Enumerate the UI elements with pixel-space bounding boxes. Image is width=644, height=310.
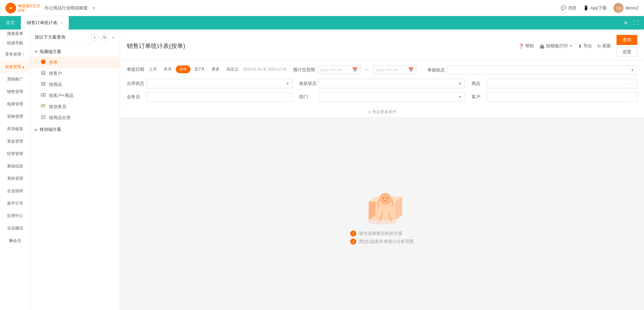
date-tab-thisyear[interactable]: 本年 bbox=[176, 65, 191, 73]
svg-point-1 bbox=[41, 59, 46, 64]
svg-rect-19 bbox=[42, 117, 45, 117]
app-download-icon: 📱 bbox=[583, 5, 589, 10]
refresh-scheme-btn[interactable]: ↻ bbox=[101, 34, 108, 41]
salesperson-ellipsis-icon[interactable]: ··· bbox=[283, 94, 289, 100]
empty-illustration bbox=[357, 182, 407, 225]
refresh-btn[interactable]: ↻ 刷新 bbox=[597, 43, 611, 49]
date-tab-7days[interactable]: 近7天 bbox=[192, 65, 208, 73]
sidebar-item-enterprise[interactable]: 企业协同 bbox=[0, 185, 30, 197]
department-select[interactable]: ▼ bbox=[319, 92, 465, 102]
tree-item-by-product[interactable]: 按商品 bbox=[30, 79, 120, 90]
sidebar-label-basic: 基础信息 bbox=[7, 163, 23, 169]
sidebar-item-purchase[interactable]: 采购管理 bbox=[0, 110, 30, 123]
tab-minimize-btn[interactable]: ✕ bbox=[622, 18, 629, 28]
sidebar-search-section: 搜索菜单 bbox=[0, 30, 30, 38]
collapse-up-icon: ∧ bbox=[368, 110, 371, 114]
help-btn[interactable]: ❓ 帮助 bbox=[519, 43, 534, 49]
tab-home[interactable]: 首页 bbox=[0, 16, 21, 30]
tree-group-pc-header[interactable]: ▶ 电脑端方案 bbox=[30, 47, 120, 57]
sidebar-item-newbie[interactable]: 新手引导 bbox=[0, 197, 30, 210]
date-tab-more[interactable]: 更多 bbox=[209, 65, 222, 73]
sidebar-label-inventory: 库存核算 bbox=[7, 126, 23, 132]
sidebar-item-retail[interactable]: 零售管理 ▼ bbox=[0, 48, 30, 61]
expected-delivery-label: 预计交货期 bbox=[293, 67, 315, 73]
tree-item-by-product-category[interactable]: 按商品分类 bbox=[30, 112, 120, 123]
expected-delivery-end[interactable]: yyyy-mm-dd 📅 bbox=[373, 65, 417, 74]
retail-arrow-icon: ▼ bbox=[22, 53, 25, 56]
tab-maximize-btn[interactable]: ⛶ bbox=[632, 18, 640, 27]
date-tab-custom[interactable]: 自定义 bbox=[224, 65, 241, 73]
date-tab-lastmonth[interactable]: 上月 bbox=[146, 65, 160, 73]
sidebar-item-marketing[interactable]: 营销推广 bbox=[0, 73, 30, 86]
department-block: 部门 ▼ bbox=[299, 92, 465, 102]
svg-rect-3 bbox=[42, 71, 45, 72]
svg-point-27 bbox=[383, 198, 384, 199]
svg-rect-13 bbox=[42, 105, 42, 108]
salesperson-input[interactable]: ··· bbox=[146, 92, 292, 102]
shipping-status-select[interactable]: ▼ bbox=[146, 79, 292, 88]
by-customer-icon bbox=[40, 70, 46, 76]
query-btn[interactable]: 查询 bbox=[616, 35, 637, 45]
product-input[interactable]: ··· bbox=[487, 79, 637, 88]
tree-group-mobile-header[interactable]: ▶ 移动端方案 bbox=[30, 124, 120, 135]
tab-close-btn[interactable]: × bbox=[61, 21, 63, 25]
tree-item-by-salesperson[interactable]: 按业务员 bbox=[30, 101, 120, 112]
date-tab-thismonth[interactable]: 本月 bbox=[161, 65, 174, 73]
tree-item-by-order[interactable]: 按单 bbox=[30, 57, 120, 68]
payment-status-block: 收款状态 ▼ bbox=[299, 79, 465, 88]
sidebar-item-corpwechat[interactable]: 企业微信 bbox=[0, 222, 30, 235]
tree-group-pc: ▶ 电脑端方案 按单 按客户 bbox=[30, 47, 120, 123]
refresh-icon: ↻ bbox=[597, 44, 601, 49]
sidebar-search-btn[interactable]: 搜索菜单 bbox=[0, 30, 30, 38]
date-label: 单据日期 bbox=[127, 66, 144, 72]
tab-sales-order[interactable]: 销售订单统计表 × bbox=[21, 16, 69, 30]
app-download-btn[interactable]: 📱 App下载 bbox=[583, 5, 607, 11]
customer-ellipsis-icon[interactable]: ··· bbox=[628, 94, 634, 100]
logo-area[interactable]: 畅捷通好生意 标版 bbox=[5, 3, 40, 13]
user-area[interactable]: Ea demo2 bbox=[613, 3, 639, 13]
add-scheme-btn[interactable]: + bbox=[91, 34, 98, 41]
sidebar-item-operations[interactable]: 经营管理 bbox=[0, 148, 30, 160]
print-btn[interactable]: 🖨️ 按模板打印 ▼ bbox=[539, 43, 573, 49]
app-title: 办公用品行业模拟账套 bbox=[44, 5, 88, 11]
sidebar-item-wholesale[interactable]: 批发管理 ▲ bbox=[0, 61, 30, 73]
message-btn[interactable]: 💬 消息 bbox=[561, 5, 577, 11]
sidebar-item-appstore[interactable]: 应用中心 bbox=[0, 210, 30, 222]
tree-group-mobile-label: 移动端方案 bbox=[40, 126, 61, 133]
sidebar-item-sales[interactable]: 销售管理 bbox=[0, 86, 30, 98]
svg-rect-18 bbox=[42, 116, 45, 116]
sidebar-item-system[interactable]: 系统管理 bbox=[0, 172, 30, 185]
sidebar-item-ecommerce[interactable]: 电商管理 bbox=[0, 98, 30, 110]
sidebar-item-finance[interactable]: 资金管理 bbox=[0, 135, 30, 148]
tip-num-1: 1 bbox=[350, 230, 356, 237]
customer-input[interactable]: ··· bbox=[487, 92, 637, 102]
sidebar-item-member[interactable]: 畅会员 bbox=[0, 235, 30, 247]
calendar-end-icon: 📅 bbox=[408, 67, 414, 72]
expected-delivery-start[interactable]: yyyy-mm-dd 📅 bbox=[317, 65, 361, 74]
filter-row-3: 业务员 ··· 部门 ▼ 客户 bbox=[120, 88, 644, 106]
salesperson-block: 业务员 ··· bbox=[127, 92, 292, 102]
svg-rect-10 bbox=[42, 94, 43, 96]
doc-status-select[interactable]: ▼ bbox=[447, 65, 637, 75]
sidebar-label-retail: 零售管理 bbox=[5, 52, 21, 57]
svg-rect-7 bbox=[42, 84, 45, 85]
tree-section: ▶ 电脑端方案 按单 按客户 bbox=[30, 44, 120, 310]
by-product-label: 按商品 bbox=[49, 82, 62, 88]
sidebar-label-finance: 资金管理 bbox=[7, 139, 23, 144]
collapse-panel-btn[interactable]: « bbox=[111, 34, 115, 41]
svg-rect-8 bbox=[42, 85, 44, 86]
sidebar-item-basic[interactable]: 基础信息 bbox=[0, 160, 30, 172]
product-ellipsis-icon[interactable]: ··· bbox=[628, 81, 634, 86]
tree-item-by-customer[interactable]: 按客户 bbox=[30, 68, 120, 79]
shipping-arrow-icon: ▼ bbox=[286, 82, 289, 86]
sidebar-quicknav-btn[interactable]: 快捷导航 bbox=[0, 38, 30, 48]
export-btn[interactable]: ⬇ 导出 bbox=[578, 43, 592, 49]
settings-btn[interactable]: 设置 bbox=[616, 47, 637, 57]
sidebar-item-inventory[interactable]: 库存核算 bbox=[0, 123, 30, 135]
payment-status-select[interactable]: ▼ bbox=[319, 79, 465, 88]
tree-item-by-customer-product[interactable]: 按客户+商品 bbox=[30, 90, 120, 101]
sidebar-label-wholesale: 批发管理 bbox=[5, 64, 21, 70]
filter-section: 单据日期 上月 本月 本年 近7天 更多 自定义 2023-01-01 至 20… bbox=[120, 61, 644, 118]
app-title-dropdown[interactable]: ▼ bbox=[92, 6, 96, 10]
collapse-bar[interactable]: ∧ 收起更多条件 bbox=[120, 106, 644, 118]
